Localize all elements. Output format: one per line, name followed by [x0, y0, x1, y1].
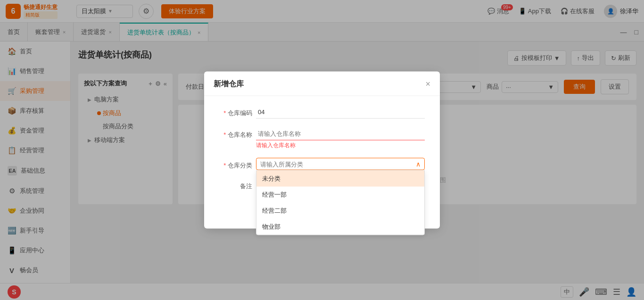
form-row-category: * 仓库分类 ∧ 未分类 经营一部 经营二部 物业部	[219, 158, 425, 170]
code-label: * 仓库编码	[219, 106, 252, 117]
name-label: * 仓库名称	[219, 127, 252, 139]
category-label: * 仓库分类	[219, 158, 252, 170]
code-input[interactable]	[256, 106, 425, 119]
modal-body: * 仓库编码 * 仓库名称 请输入仓库名称 * 仓库分类	[204, 96, 440, 201]
dropdown-item-dept3[interactable]: 物业部	[256, 219, 424, 235]
name-error-msg: 请输入仓库名称	[256, 142, 425, 150]
name-input[interactable]	[256, 127, 425, 141]
dropdown-item-dept1[interactable]: 经营一部	[256, 187, 424, 203]
category-toggle-icon[interactable]: ∧	[416, 160, 421, 168]
category-input-row[interactable]: ∧	[256, 158, 425, 170]
category-wrapper: ∧ 未分类 经营一部 经营二部 物业部	[256, 158, 425, 170]
modal-header: 新增仓库 ×	[204, 72, 440, 96]
modal-title: 新增仓库	[214, 79, 244, 89]
dropdown-item-dept2[interactable]: 经营二部	[256, 203, 424, 219]
form-row-name: * 仓库名称 请输入仓库名称	[219, 127, 425, 150]
form-row-code: * 仓库编码	[219, 106, 425, 119]
category-input[interactable]	[260, 160, 416, 167]
modal-close-button[interactable]: ×	[425, 79, 430, 89]
note-label: 备注	[219, 179, 252, 191]
dropdown-item-uncategorized[interactable]: 未分类	[256, 171, 424, 187]
category-dropdown: 未分类 经营一部 经营二部 物业部	[256, 170, 425, 235]
new-warehouse-modal: 新增仓库 × * 仓库编码 * 仓库名称 请输入仓库名称 *	[204, 72, 440, 229]
